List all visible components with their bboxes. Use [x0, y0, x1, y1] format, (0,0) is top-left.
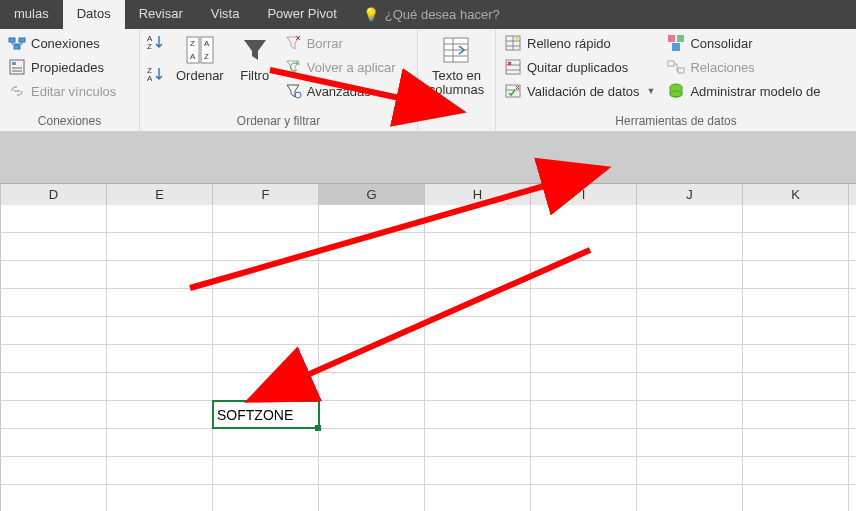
- cell[interactable]: [743, 457, 849, 484]
- cell[interactable]: [743, 485, 849, 511]
- cell[interactable]: [107, 485, 213, 511]
- cell[interactable]: [531, 401, 637, 428]
- cell[interactable]: [743, 205, 849, 232]
- cell[interactable]: [743, 373, 849, 400]
- cell[interactable]: [849, 289, 856, 316]
- cell[interactable]: [107, 401, 213, 428]
- propiedades-button[interactable]: Propiedades: [6, 57, 118, 77]
- cell[interactable]: [213, 457, 319, 484]
- selected-cell[interactable]: SOFTZONE: [213, 401, 319, 428]
- cell[interactable]: [425, 289, 531, 316]
- cell[interactable]: [531, 261, 637, 288]
- cell[interactable]: [425, 373, 531, 400]
- cell[interactable]: [1, 289, 107, 316]
- cell[interactable]: [637, 233, 743, 260]
- quitar-duplicados-button[interactable]: Quitar duplicados: [502, 57, 657, 77]
- cell[interactable]: [107, 317, 213, 344]
- column-header-D[interactable]: D: [1, 184, 107, 205]
- cell[interactable]: [213, 429, 319, 456]
- relaciones-button[interactable]: Relaciones: [665, 57, 822, 77]
- cell[interactable]: [849, 261, 856, 288]
- cell[interactable]: [637, 373, 743, 400]
- borrar-button[interactable]: Borrar: [282, 33, 398, 53]
- cell[interactable]: [1, 373, 107, 400]
- cell[interactable]: [531, 317, 637, 344]
- cell[interactable]: [743, 289, 849, 316]
- column-header-J[interactable]: J: [637, 184, 743, 205]
- column-header-G[interactable]: G: [319, 184, 425, 205]
- cell[interactable]: [1, 429, 107, 456]
- cell[interactable]: [743, 261, 849, 288]
- cell[interactable]: [637, 205, 743, 232]
- cell[interactable]: [425, 345, 531, 372]
- cell[interactable]: [531, 345, 637, 372]
- cell[interactable]: [743, 401, 849, 428]
- cell[interactable]: [637, 457, 743, 484]
- cell[interactable]: [637, 289, 743, 316]
- cell[interactable]: [637, 345, 743, 372]
- consolidar-button[interactable]: Consolidar: [665, 33, 822, 53]
- tab-vista[interactable]: Vista: [197, 0, 254, 29]
- cell[interactable]: [531, 289, 637, 316]
- cell[interactable]: [107, 373, 213, 400]
- cell[interactable]: [319, 373, 425, 400]
- cell[interactable]: [213, 317, 319, 344]
- cell[interactable]: [743, 233, 849, 260]
- cell[interactable]: [107, 205, 213, 232]
- column-header-L[interactable]: L: [849, 184, 856, 205]
- cell[interactable]: [849, 429, 856, 456]
- cell[interactable]: [637, 401, 743, 428]
- cell[interactable]: [107, 457, 213, 484]
- cell[interactable]: [849, 457, 856, 484]
- sort-asc-icon[interactable]: AZ: [146, 33, 164, 51]
- cell[interactable]: [743, 429, 849, 456]
- texto-en-columnas-button[interactable]: Texto encolumnas: [425, 33, 489, 100]
- filtro-button[interactable]: Filtro: [236, 33, 274, 85]
- cell[interactable]: [531, 485, 637, 511]
- cell[interactable]: [107, 345, 213, 372]
- editar-vinculos-button[interactable]: Editar vínculos: [6, 81, 118, 101]
- cell[interactable]: [425, 401, 531, 428]
- cell[interactable]: [213, 261, 319, 288]
- cell[interactable]: [531, 233, 637, 260]
- relleno-rapido-button[interactable]: Relleno rápido: [502, 33, 657, 53]
- cell[interactable]: [849, 373, 856, 400]
- tab-revisar[interactable]: Revisar: [125, 0, 197, 29]
- cell[interactable]: [425, 205, 531, 232]
- administrar-modelo-button[interactable]: Administrar modelo de: [665, 81, 822, 101]
- tab-power-pivot[interactable]: Power Pivot: [253, 0, 350, 29]
- cell[interactable]: [319, 345, 425, 372]
- column-header-K[interactable]: K: [743, 184, 849, 205]
- tab-formulas-partial[interactable]: mulas: [0, 0, 63, 29]
- conexiones-button[interactable]: Conexiones: [6, 33, 118, 53]
- cell[interactable]: [107, 233, 213, 260]
- cell[interactable]: [1, 317, 107, 344]
- cell[interactable]: [1, 205, 107, 232]
- column-header-F[interactable]: F: [213, 184, 319, 205]
- cell[interactable]: [425, 457, 531, 484]
- cell[interactable]: [107, 429, 213, 456]
- cell[interactable]: [319, 261, 425, 288]
- cell[interactable]: [849, 401, 856, 428]
- cell[interactable]: [213, 373, 319, 400]
- cell[interactable]: [531, 373, 637, 400]
- cell[interactable]: [213, 289, 319, 316]
- cell[interactable]: [849, 485, 856, 511]
- cell[interactable]: [213, 233, 319, 260]
- cell[interactable]: [425, 317, 531, 344]
- cell[interactable]: [213, 345, 319, 372]
- cell[interactable]: [1, 345, 107, 372]
- cell[interactable]: [319, 233, 425, 260]
- cell[interactable]: [531, 429, 637, 456]
- tab-datos[interactable]: Datos: [63, 0, 125, 29]
- column-header-I[interactable]: I: [531, 184, 637, 205]
- cell[interactable]: [425, 233, 531, 260]
- cell[interactable]: [319, 401, 425, 428]
- column-header-H[interactable]: H: [425, 184, 531, 205]
- column-header-E[interactable]: E: [107, 184, 213, 205]
- cell[interactable]: [637, 317, 743, 344]
- cell[interactable]: [1, 261, 107, 288]
- cell[interactable]: [107, 289, 213, 316]
- cell[interactable]: [425, 485, 531, 511]
- cell[interactable]: [849, 205, 856, 232]
